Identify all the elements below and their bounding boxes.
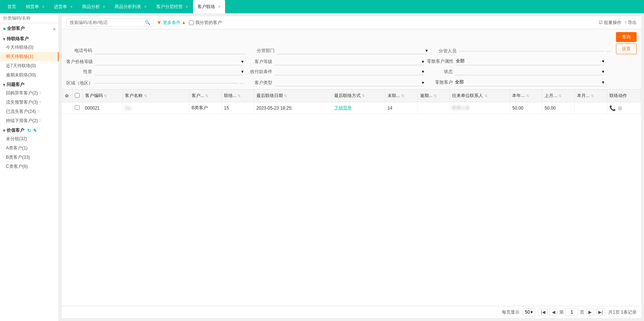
sidebar-churn-warning[interactable]: 流失预警客户(3) ? <box>0 98 59 107</box>
th-this-year[interactable]: 本年... ⇅ <box>510 90 542 102</box>
table-row: 000021 Ea B类客户 15 2023-05-23 18:25: <box>62 102 641 114</box>
th-last-method[interactable]: 最后联络方式 ⇅ <box>332 90 385 102</box>
nav-segment-close[interactable]: × <box>186 4 188 9</box>
status-label: 状态 <box>427 69 453 75</box>
row-last-month: 50.00 <box>542 102 575 114</box>
row-type: B类客户 <box>189 102 222 114</box>
refresh-icon[interactable]: ↻ <box>27 128 31 133</box>
sidebar-overdue-contact[interactable]: 逾期未联络(30) <box>0 70 59 80</box>
nav-customer-segment[interactable]: 客户分层经营 × <box>152 0 192 13</box>
phone-action-icon[interactable]: 📞 <box>609 105 616 111</box>
th-gear[interactable]: ⚙ <box>62 90 72 102</box>
all-customers-title[interactable]: ■ 全部客户 « <box>0 23 59 34</box>
last-page-btn[interactable]: ▶| <box>596 308 605 316</box>
my-customers-label: 我分管的客户 <box>195 20 222 26</box>
sidebar-abnormal-repurchase[interactable]: 回购异常客户(2) ? <box>0 89 59 98</box>
payment-select[interactable]: ▾ <box>274 68 424 75</box>
th-this-month[interactable]: 本月... ⇅ <box>575 90 607 102</box>
next-page-btn[interactable]: ▶ <box>586 308 594 316</box>
nav-purchase-label: 进货单 <box>54 4 67 10</box>
sidebar-declining[interactable]: 持续下滑客户(2) ? <box>0 116 59 125</box>
sort-name: ⇅ <box>144 94 147 98</box>
query-btn[interactable]: 查询 <box>616 32 637 42</box>
collapse-icon[interactable]: « <box>53 26 56 32</box>
sidebar-a-class[interactable]: A类客户(1) <box>0 144 59 153</box>
group-pending-contact: ▾ 待联络客户 <box>0 34 59 43</box>
row-select-checkbox[interactable] <box>75 105 80 110</box>
nav-purchase-close[interactable]: × <box>70 4 72 9</box>
th-last-date[interactable]: 最后联络日期 ⇅ <box>254 90 332 102</box>
retail-attr-select[interactable]: 全部 ▾ <box>456 57 604 65</box>
row-no-contact: 14 <box>385 102 417 114</box>
my-customers-checkbox[interactable] <box>189 20 194 25</box>
prev-page-btn[interactable]: ◀ <box>549 308 558 316</box>
th-overdue[interactable]: 逾期... ⇅ <box>417 90 450 102</box>
row-overdue <box>417 102 450 114</box>
th-type[interactable]: 客户... ⇅ <box>189 90 222 102</box>
page-input[interactable] <box>565 308 578 316</box>
th-code[interactable]: 客户编码 ⇅ <box>83 90 123 102</box>
first-page-btn[interactable]: |◀ <box>538 308 548 316</box>
th-contact-person[interactable]: 往来单位联系人 ⇅ <box>450 90 510 102</box>
per-page-select[interactable]: 50 ▾ <box>522 308 535 316</box>
last-method-link[interactable]: 下销货单 <box>334 105 352 110</box>
nav-contact-close[interactable]: × <box>218 4 220 9</box>
sidebar-search-input[interactable] <box>3 15 58 21</box>
nav-purchase-order[interactable]: 进货单 × <box>49 0 77 13</box>
more-filters-btn[interactable]: ▼ 更多条件 ▲ <box>157 20 186 26</box>
edit-icon[interactable]: ✎ <box>33 128 37 133</box>
person-label: 分管人员 <box>431 48 456 54</box>
batch-ops-btn[interactable]: ☑ 批量操作 <box>599 20 622 26</box>
nav-product-list-close[interactable]: × <box>144 4 146 9</box>
nature-select[interactable]: ▾ <box>94 68 244 75</box>
sort-contact: ⇅ <box>238 94 241 98</box>
th-name[interactable]: 客户名称 ⇅ <box>123 90 189 102</box>
nav-customer-contact[interactable]: 客户联络 × <box>193 0 225 13</box>
main-search-input[interactable] <box>70 20 143 25</box>
phone-label: 电话号码 <box>66 48 92 54</box>
region-dots[interactable]: ··· <box>240 81 244 86</box>
sidebar-today-contact[interactable]: 今天待联络(0) <box>0 43 59 52</box>
status-select[interactable]: ▾ <box>455 68 604 75</box>
filter-nature: 性质 ▾ <box>66 68 244 75</box>
sidebar-tomorrow-contact[interactable]: 明天待联络(1) <box>0 52 59 61</box>
sort-last-method: ⇅ <box>362 94 365 98</box>
select-all-checkbox[interactable] <box>75 93 80 98</box>
my-customers-check[interactable]: 我分管的客户 <box>189 20 222 26</box>
main-search-icon[interactable]: 🔍 <box>145 20 150 25</box>
th-last-month[interactable]: 上月... ⇅ <box>542 90 575 102</box>
sidebar-churned[interactable]: 已流失客户(24) ? <box>0 107 59 116</box>
sidebar-ungrouped[interactable]: 未分组(32) <box>0 134 59 144</box>
nav-sales-order[interactable]: 销货单 × <box>21 0 49 13</box>
person-dots[interactable]: ··· <box>606 49 610 54</box>
nav-sales-close[interactable]: × <box>42 4 44 9</box>
grid-action-icon[interactable]: ⊞ <box>618 105 622 111</box>
per-page-label: 每页显示 <box>502 309 519 315</box>
help-icon-4: ? <box>39 119 41 123</box>
customer-level-select[interactable]: ▾ <box>274 58 424 65</box>
th-no-contact[interactable]: 未联... ⇅ <box>385 90 417 102</box>
customer-type-select[interactable]: ▾ <box>274 79 424 86</box>
sidebar-c-class[interactable]: C类客户(6) <box>0 162 59 171</box>
more-filters-label: 更多条件 <box>163 20 181 26</box>
dept-arrow: ▾ <box>426 48 428 53</box>
payment-label: 收付款条件 <box>246 69 272 75</box>
nature-arrow: ▾ <box>241 69 244 74</box>
row-checkbox <box>72 102 83 114</box>
phone-input[interactable] <box>94 47 246 54</box>
retail-customer-select[interactable]: 全部 ▾ <box>455 78 604 86</box>
nav-contact-label: 客户联络 <box>197 4 215 10</box>
sidebar-7day-contact[interactable]: 近7天待联络(0) <box>0 61 59 70</box>
page-unit: 页 <box>580 309 584 315</box>
th-contact-count[interactable]: 联络... ⇅ <box>221 90 254 102</box>
settings-btn[interactable]: 设置 <box>616 44 637 54</box>
export-btn[interactable]: ↑ 导出 <box>624 20 637 26</box>
dept-select[interactable]: ▾ <box>277 47 428 54</box>
per-page-arrow: ▾ <box>531 310 533 315</box>
sidebar-b-class[interactable]: B类客户(33) <box>0 153 59 162</box>
nav-home[interactable]: 首页 <box>3 0 21 13</box>
nav-product-close[interactable]: × <box>103 4 105 9</box>
price-level-select[interactable]: ▾ <box>95 58 244 65</box>
nav-product-analysis[interactable]: 商品分析 × <box>78 0 109 13</box>
nav-product-list[interactable]: 商品分析列表 × <box>110 0 151 13</box>
